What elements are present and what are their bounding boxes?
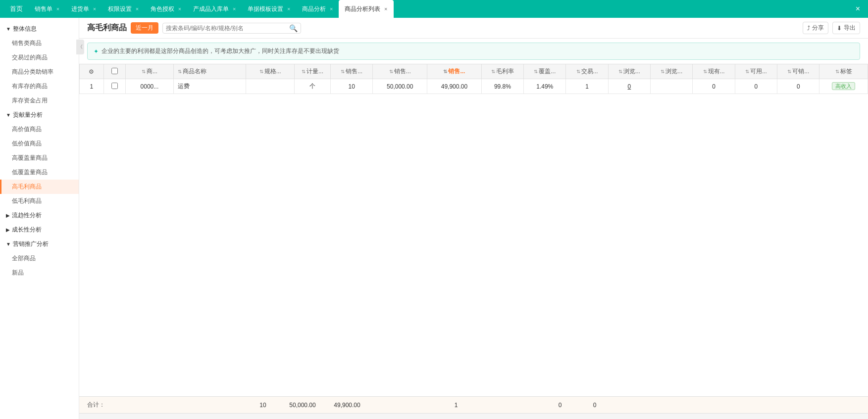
th-transaction[interactable]: ⇅交易... [566,64,608,79]
footer-current: 0 [543,402,577,409]
search-box: 🔍 [162,23,301,34]
sidebar-group-overall[interactable]: ▼ 整体信息 [0,22,79,36]
nav-sales[interactable]: 销售单 × [29,0,65,18]
arrow-icon: ▼ [6,26,11,32]
cell-current: 0 [693,79,735,94]
th-coverage[interactable]: ⇅覆盖... [524,64,566,79]
nav-role[interactable]: 角色授权 × [145,0,187,18]
nav-product-entry[interactable]: 产成品入库单 × [187,0,242,18]
share-button[interactable]: ⤴ 分享 [803,22,828,34]
sidebar-item-high-value[interactable]: 高价值商品 [0,122,79,137]
sidebar: ▼ 整体信息 销售类商品 交易过的商品 商品分类助销率 有库存的商品 库存资金占… [0,18,79,419]
footer-available: 0 [577,402,612,409]
footer-sales-amount: 50,000.00 [280,402,325,409]
sidebar-item-high-margin[interactable]: 高毛利商品 [0,180,79,194]
cell-profit-rate: 99.8% [481,79,523,94]
th-tag[interactable]: ⇅标签 [819,64,868,79]
sidebar-item-stock-capital[interactable]: 库存资金占用 [0,93,79,108]
th-sales-amount[interactable]: ⇅销售... [373,64,427,79]
cell-sales-amount: 50,000.00 [373,79,427,94]
sidebar-item-traded-goods[interactable]: 交易过的商品 [0,50,79,65]
nav-product-analysis[interactable]: 商品分析 × [296,0,339,18]
cell-name: 运费 [174,79,246,94]
nav-permission[interactable]: 权限设置 × [102,0,145,18]
arrow-icon-2: ▼ [6,112,11,118]
sidebar-group-marketing[interactable]: ▼ 营销推广分析 [0,237,79,251]
th-name[interactable]: ⇅商品名称 [174,64,246,79]
sidebar-item-all-goods[interactable]: 全部商品 [0,251,79,266]
sidebar-item-new-goods[interactable]: 新品 [0,266,79,280]
nav-sales-close[interactable]: × [56,6,59,12]
footer-bar: 合计： 10 50,000.00 49,900.00 1 0 0 [79,396,868,413]
th-spec[interactable]: ⇅规格... [246,64,295,79]
sidebar-item-low-coverage[interactable]: 低覆盖量商品 [0,165,79,180]
th-settings[interactable]: ⚙ [80,64,104,79]
bottom-scrollbar[interactable] [79,413,868,419]
row-checkbox[interactable] [111,83,118,89]
th-available[interactable]: ⇅可用... [735,64,777,79]
th-check[interactable] [103,64,125,79]
arrow-icon-5: ▼ [6,241,11,247]
search-input[interactable] [166,25,289,32]
nav-template[interactable]: 单据模板设置 × [242,0,296,18]
sidebar-item-category-rate[interactable]: 商品分类助销率 [0,65,79,79]
sidebar-item-sales-goods[interactable]: 销售类商品 [0,36,79,50]
data-table: ⚙ ⇅商... ⇅商品名称 ⇅规格... ⇅计量... ⇅销售... ⇅销售..… [79,64,868,94]
arrow-icon-4: ▶ [6,227,10,233]
cell-check[interactable] [103,79,125,94]
nav-product-entry-close[interactable]: × [233,6,236,12]
th-code[interactable]: ⇅商... [125,64,174,79]
content-header: 高毛利商品 近一月 🔍 ⤴ 分享 ⬇ 导出 [79,18,868,39]
search-icon: 🔍 [289,24,298,32]
footer-sales-qty: 10 [246,402,280,409]
nav-purchase[interactable]: 进货单 × [65,0,102,18]
th-browse1[interactable]: ⇅浏览... [608,64,650,79]
nav-product-analysis-list-close[interactable]: × [384,6,387,12]
export-icon: ⬇ [837,25,842,32]
sidebar-collapse-btn[interactable]: 《 [76,40,84,54]
nav-home[interactable]: 首页 [4,0,29,18]
filter-month-button[interactable]: 近一月 [131,22,158,34]
table-row: 1 0000... 运费 个 10 50,000.00 49,900.00 99… [80,79,868,94]
info-banner: ✦ 企业的主要的利润都是这部分商品创造的，可考虑加大推广，同时关注库存是不要出现… [87,43,860,60]
info-icon: ✦ [94,48,99,55]
nav-permission-close[interactable]: × [136,6,139,12]
tag-high-income: 高收入 [832,82,855,90]
th-current[interactable]: ⇅现有... [693,64,735,79]
th-sales-qty[interactable]: ⇅销售... [331,64,373,79]
select-all-checkbox[interactable] [111,68,118,74]
cell-tag: 高收入 [819,79,868,94]
table-container[interactable]: ⚙ ⇅商... ⇅商品名称 ⇅规格... ⇅计量... ⇅销售... ⇅销售..… [79,64,868,396]
cell-available: 0 [735,79,777,94]
cell-coverage: 1.49% [524,79,566,94]
nav-purchase-close[interactable]: × [93,6,96,12]
nav-product-analysis-close[interactable]: × [330,6,333,12]
nav-close-all[interactable]: × [852,4,864,13]
th-sellable[interactable]: ⇅可销... [777,64,819,79]
export-button[interactable]: ⬇ 导出 [832,22,860,34]
footer-transaction: 1 [439,402,473,409]
cell-sellable: 0 [777,79,819,94]
th-profit-rate[interactable]: ⇅毛利率 [481,64,523,79]
cell-code: 0000... [125,79,174,94]
page-title: 高毛利商品 [87,23,127,33]
nav-product-analysis-list[interactable]: 商品分析列表 × [339,0,393,18]
sidebar-item-stock-goods[interactable]: 有库存的商品 [0,79,79,93]
sidebar-group-contribution[interactable]: ▼ 贡献量分析 [0,108,79,122]
sidebar-item-low-margin[interactable]: 低毛利商品 [0,194,79,208]
nav-role-close[interactable]: × [178,6,181,12]
th-browse2[interactable]: ⇅浏览... [651,64,693,79]
arrow-icon-3: ▶ [6,213,10,218]
footer-sales-profit: 49,900.00 [325,402,369,409]
th-unit[interactable]: ⇅计量... [294,64,330,79]
cell-browse1[interactable]: 0 [608,79,650,94]
sidebar-item-low-value[interactable]: 低价值商品 [0,137,79,151]
browse1-link[interactable]: 0 [628,83,631,90]
nav-template-close[interactable]: × [287,6,290,12]
sidebar-group-growth[interactable]: ▶ 成长性分析 [0,223,79,237]
sidebar-item-high-coverage[interactable]: 高覆盖量商品 [0,151,79,165]
top-nav: 首页 销售单 × 进货单 × 权限设置 × 角色授权 × 产成品入库单 × 单据… [0,0,868,18]
th-sales-profit[interactable]: ⇅销售... [427,64,482,79]
cell-sales-qty: 10 [331,79,373,94]
sidebar-group-flow[interactable]: ▶ 流趋性分析 [0,208,79,223]
